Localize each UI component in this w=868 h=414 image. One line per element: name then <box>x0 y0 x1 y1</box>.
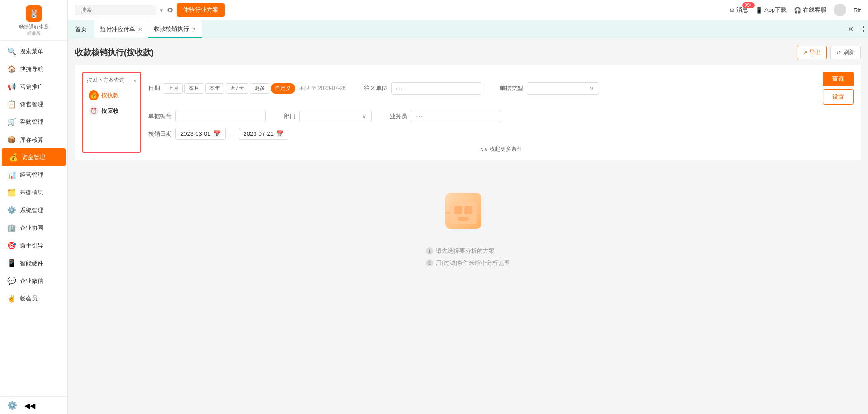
settings-icon[interactable]: ⚙️ <box>7 400 17 410</box>
export-button[interactable]: ↗ 导出 <box>797 46 827 59</box>
date-btn-this-month[interactable]: 本月 <box>184 83 203 94</box>
date-btn-7days[interactable]: 近7天 <box>226 83 248 94</box>
dept-select[interactable]: ∨ <box>299 110 372 122</box>
sidebar-item-label: 企业微信 <box>20 277 43 285</box>
dept-arrow: ∨ <box>362 113 367 119</box>
filter-panel: 按以下方案查询 » 💰 按收款 ⏰ 按应收 <box>75 65 861 160</box>
logo-text: 畅捷通好生意 <box>19 24 49 30</box>
topbar: ▾ ⚙ 体验行业方案 ✉ 消息 99+ 📱 App下载 🎧 在线客服 Rit <box>68 0 868 20</box>
sidebar-item-quick-nav[interactable]: 🏠 快捷导航 <box>0 60 67 78</box>
date-buttons: 上月 本月 本年 近7天 更多 自定义 <box>164 83 295 94</box>
sidebar-item-smart-hw[interactable]: 📱 智能硬件 <box>0 254 67 272</box>
empty-state: 1 请先选择要分析的方案 2 用[过滤]条件来缩小分析范围 <box>75 166 861 296</box>
sidebar-item-label: 资金管理 <box>22 153 45 162</box>
tab-prepay[interactable]: 预付冲应付单 ✕ <box>94 20 148 38</box>
counterpart-field: 往来单位 ··· <box>364 82 481 95</box>
tab-expand-icon[interactable]: ⛶ <box>857 25 864 33</box>
collapse-more-button[interactable]: ∧∧ 收起更多条件 <box>148 145 854 153</box>
inventory-icon: 📦 <box>7 135 16 144</box>
sidebar-item-purchase[interactable]: 🛒 采购管理 <box>0 113 67 131</box>
member-icon: ✌️ <box>7 294 16 303</box>
logo-icon: 🐰 <box>26 5 42 22</box>
purchase-icon: 🛒 <box>7 118 16 126</box>
staff-select[interactable]: ··· <box>411 110 501 122</box>
empty-robot-icon <box>445 193 481 229</box>
sidebar-item-label: 新手引导 <box>20 242 43 250</box>
online-service-label: 在线客服 <box>803 6 826 14</box>
tab-home[interactable]: 首页 <box>68 20 94 38</box>
sidebar-item-enterprise[interactable]: 🏢 企业协同 <box>0 219 67 237</box>
online-service-link[interactable]: 🎧 在线客服 <box>794 6 826 14</box>
verify-date-field: 核销日期 2023-03-01 📅 — 2023-07-21 📅 <box>148 128 288 140</box>
topbar-dropdown-icon[interactable]: ▾ <box>160 7 163 14</box>
message-button[interactable]: ✉ 消息 99+ <box>730 6 748 14</box>
date-btn-more[interactable]: 更多 <box>250 83 269 94</box>
tab-close-all-icon[interactable]: ✕ <box>848 25 854 33</box>
sidebar-item-operations[interactable]: 📊 经营管理 <box>0 166 67 184</box>
sidebar-item-label: 销售管理 <box>20 100 43 109</box>
svg-rect-1 <box>454 206 462 214</box>
sidebar-item-inventory[interactable]: 📦 库存核算 <box>0 131 67 148</box>
refresh-icon: ↺ <box>836 49 841 56</box>
setting-button[interactable]: 设置 <box>823 89 854 105</box>
export-icon: ↗ <box>802 49 807 56</box>
date-btn-this-year[interactable]: 本年 <box>205 83 224 94</box>
verify-date-end-input[interactable]: 2023-07-21 📅 <box>239 128 289 140</box>
tip-text-1: 请先选择要分析的方案 <box>436 245 495 257</box>
verify-date-start-input[interactable]: 2023-03-01 📅 <box>175 128 226 140</box>
sidebar-item-guide[interactable]: 🎯 新手引导 <box>0 237 67 254</box>
dept-label: 部门 <box>284 112 296 120</box>
sidebar-item-sales[interactable]: 📋 销售管理 <box>0 95 67 113</box>
tab-prepay-close-icon[interactable]: ✕ <box>138 26 142 33</box>
date-btn-custom[interactable]: 自定义 <box>271 83 295 94</box>
tab-receivables-close-icon[interactable]: ✕ <box>192 26 196 32</box>
refresh-button[interactable]: ↺ 刷新 <box>830 46 861 59</box>
username-label: Rit <box>854 7 861 14</box>
doc-type-select[interactable]: ∨ <box>527 82 599 95</box>
topbar-gear-icon[interactable]: ⚙ <box>167 6 173 14</box>
basic-info-icon: 🗂️ <box>7 188 16 197</box>
filter-row-3: 核销日期 2023-03-01 📅 — 2023-07-21 📅 <box>148 128 854 140</box>
sidebar-item-label: 搜索菜单 <box>20 48 43 56</box>
date-label: 日期 <box>148 84 160 92</box>
sidebar-item-member[interactable]: ✌️ 畅会员 <box>0 290 67 307</box>
sidebar-item-system[interactable]: ⚙️ 系统管理 <box>0 201 67 219</box>
search-input[interactable] <box>75 5 156 15</box>
tab-receivables[interactable]: 收款核销执行 ✕ <box>148 20 202 38</box>
sidebar-item-finance[interactable]: 💰 资金管理 <box>2 148 66 166</box>
tab-receivables-label: 收款核销执行 <box>154 25 189 33</box>
verify-date-end-text: 2023-07-21 <box>244 130 274 137</box>
message-icon: ✉ <box>730 7 735 14</box>
collapse-sidebar-icon[interactable]: ◀◀ <box>24 401 35 410</box>
filter-selector-collapse-icon[interactable]: » <box>133 77 137 84</box>
staff-dots: ··· <box>416 113 424 119</box>
industry-solution-button[interactable]: 体验行业方案 <box>177 3 225 17</box>
query-button[interactable]: 查询 <box>823 72 854 86</box>
date-btn-last-month[interactable]: 上月 <box>164 83 183 94</box>
sidebar: 🐰 畅捷通好生意 标准版 🔍 搜索菜单 🏠 快捷导航 📢 营销推广 📋 销售管理… <box>0 0 68 414</box>
sidebar-item-basic-info[interactable]: 🗂️ 基础信息 <box>0 184 67 201</box>
sidebar-item-marketing[interactable]: 📢 营销推广 <box>0 78 67 95</box>
finance-icon: 💰 <box>9 153 18 162</box>
app-download-label: App下载 <box>764 6 787 14</box>
sidebar-item-wechat[interactable]: 💬 企业微信 <box>0 272 67 290</box>
app-download-link[interactable]: 📱 App下载 <box>755 6 787 14</box>
sidebar-item-label: 快捷导航 <box>20 65 43 73</box>
empty-tips: 1 请先选择要分析的方案 2 用[过滤]条件来缩小分析范围 <box>426 245 509 269</box>
doc-num-input[interactable] <box>175 110 266 122</box>
empty-tip-1: 1 请先选择要分析的方案 <box>426 245 509 257</box>
page-body: 收款核销执行(按收款) ↗ 导出 ↺ 刷新 按以下方 <box>68 38 868 303</box>
filter-option-by-receipt[interactable]: 💰 按收款 <box>87 88 137 103</box>
message-badge: 99+ <box>742 2 755 8</box>
verify-date-end-calendar-icon: 📅 <box>276 130 283 137</box>
staff-field: 业务员 ··· <box>390 110 501 122</box>
verify-date-start-text: 2023-03-01 <box>180 130 211 137</box>
sidebar-item-search-menu[interactable]: 🔍 搜索菜单 <box>0 43 67 60</box>
filter-option-label: 按应收 <box>101 107 119 115</box>
topbar-left: ▾ ⚙ 体验行业方案 <box>75 3 724 17</box>
page-header: 收款核销执行(按收款) ↗ 导出 ↺ 刷新 <box>75 46 861 59</box>
doc-num-label: 单据编号 <box>148 112 172 120</box>
counterpart-select[interactable]: ··· <box>391 82 481 95</box>
topbar-right: ✉ 消息 99+ 📱 App下载 🎧 在线客服 Rit <box>730 4 861 16</box>
filter-option-by-receivable[interactable]: ⏰ 按应收 <box>87 103 137 119</box>
